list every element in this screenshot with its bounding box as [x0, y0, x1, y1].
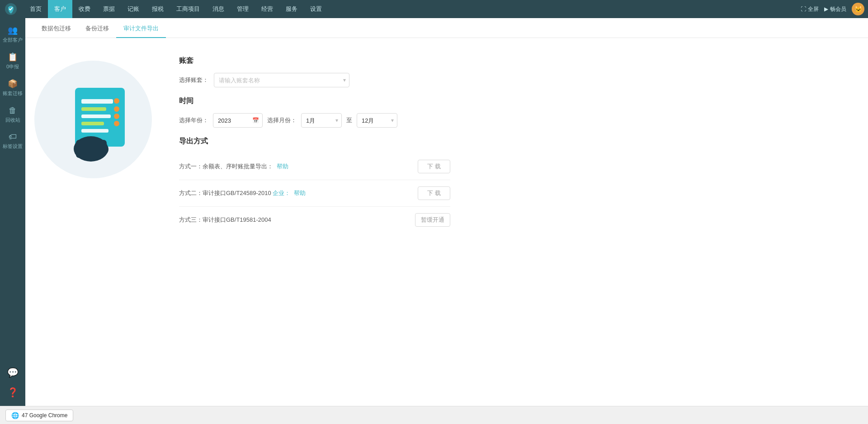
top-navigation: 首页 客户 收费 票据 记账 报税 工商项目 消息 管理 经营 服务 设置 ⛶ … [0, 0, 868, 18]
content-area: 数据包迁移 备份迁移 审计文件导出 [25, 18, 868, 406]
sidebar-item-label-zero-report: 0申报 [6, 64, 19, 70]
main-layout: 👥 全部客户 📋 0申报 📦 账套迁移 🗑 回收站 🏷 标签设置 💬 ❓ 数据包… [0, 18, 868, 406]
nav-right-area: ⛶ 全屏 ▶ 畅会员 🐱 [801, 3, 864, 15]
sidebar-item-label-recycle: 回收站 [5, 117, 20, 123]
export-section-title: 导出方式 [179, 137, 450, 146]
sidebar-item-recycle[interactable]: 🗑 回收站 [0, 102, 25, 127]
tab-bar: 数据包迁移 备份迁移 审计文件导出 [25, 18, 868, 38]
member-label: 畅会员 [830, 5, 846, 13]
nav-management[interactable]: 管理 [231, 0, 255, 18]
nav-menu: 首页 客户 收费 票据 记账 报税 工商项目 消息 管理 经营 服务 设置 [24, 0, 801, 18]
method-3-soon-btn[interactable]: 暂缓开通 [415, 213, 450, 227]
illustration-area [34, 52, 152, 392]
taskbar-chrome-label: 47 Google Chrome [22, 412, 67, 419]
svg-rect-16 [74, 143, 108, 156]
month-start-wrap: 1月2月3月4月 5月6月7月8月 9月10月11月12月 ▾ [301, 113, 342, 128]
method-2-company-link[interactable]: 企业： [273, 190, 290, 196]
svg-rect-6 [81, 129, 108, 133]
svg-rect-4 [81, 114, 111, 118]
time-row: 选择年份： 📅 选择月份： 1月2月3月4月 5月6月7月8月 9月10月11月… [179, 113, 450, 128]
month-end-select[interactable]: 1月2月3月4月 5月6月7月8月 9月10月11月12月 [357, 113, 397, 128]
member-icon: ▶ [824, 6, 828, 12]
tab-backup[interactable]: 备份迁移 [78, 20, 116, 38]
svg-point-7 [114, 98, 119, 104]
time-section-title: 时间 [179, 96, 450, 106]
svg-point-9 [114, 114, 119, 119]
nav-service[interactable]: 服务 [279, 0, 304, 18]
taskbar: 🌐 47 Google Chrome [0, 406, 868, 424]
svg-point-10 [114, 121, 119, 126]
export-method-1: 方式一：余额表、序时账批量导出： 帮助 下 载 [179, 153, 450, 180]
tags-icon: 🏷 [9, 132, 17, 142]
migrate-icon: 📦 [8, 79, 18, 89]
customers-icon: 👥 [8, 25, 18, 35]
sidebar-item-label-migrate: 账套迁移 [3, 91, 23, 96]
sidebar-item-tags[interactable]: 🏷 标签设置 [0, 129, 25, 153]
sidebar-help-icon[interactable]: ❓ [5, 384, 21, 400]
nav-customers[interactable]: 客户 [48, 0, 72, 18]
fullscreen-button[interactable]: ⛶ 全屏 [801, 5, 819, 13]
method-1-help-link[interactable]: 帮助 [277, 163, 288, 170]
to-label: 至 [346, 116, 352, 124]
sidebar-notification-icon[interactable]: 💬 [5, 364, 21, 381]
method-1-download-btn[interactable]: 下 载 [418, 160, 450, 173]
fullscreen-icon: ⛶ [801, 6, 806, 12]
method-2-help-link[interactable]: 帮助 [294, 190, 306, 196]
sidebar-item-account-migrate[interactable]: 📦 账套迁移 [0, 75, 25, 100]
fullscreen-label: 全屏 [808, 5, 819, 13]
export-method-2: 方式二：审计接口GB/T24589-2010 企业： 帮助 下 载 [179, 180, 450, 207]
export-method-1-label: 方式一：余额表、序时账批量导出： 帮助 [179, 162, 288, 171]
sidebar-item-label-customers: 全部客户 [3, 37, 23, 43]
year-label: 选择年份： [179, 116, 208, 124]
svg-rect-5 [81, 122, 104, 125]
method-2-download-btn[interactable]: 下 载 [418, 186, 450, 200]
nav-home[interactable]: 首页 [24, 0, 48, 18]
nav-tax[interactable]: 报税 [146, 0, 170, 18]
form-area: 账套 选择账套： ▾ 时间 选择年份： 📅 [179, 52, 450, 392]
month-start-select[interactable]: 1月2月3月4月 5月6月7月8月 9月10月11月12月 [301, 113, 342, 128]
app-logo [4, 2, 18, 16]
account-row: 选择账套： ▾ [179, 73, 450, 87]
month-start-label: 选择月份： [267, 116, 297, 124]
nav-business[interactable]: 工商项目 [170, 0, 206, 18]
svg-rect-2 [81, 99, 113, 104]
sidebar-item-label-tags: 标签设置 [3, 143, 23, 149]
main-content-area: 账套 选择账套： ▾ 时间 选择年份： 📅 [25, 38, 868, 406]
tab-data-package[interactable]: 数据包迁移 [34, 20, 78, 38]
year-input-wrap: 📅 [213, 113, 263, 128]
avatar[interactable]: 🐱 [852, 3, 864, 15]
recycle-icon: 🗑 [9, 106, 17, 115]
member-button[interactable]: ▶ 畅会员 [824, 5, 846, 13]
account-input[interactable] [214, 73, 349, 87]
account-section-title: 账套 [179, 56, 450, 66]
sidebar-item-all-customers[interactable]: 👥 全部客户 [0, 22, 25, 47]
export-methods: 方式一：余额表、序时账批量导出： 帮助 下 载 方式二：审计接口GB/T2458… [179, 153, 450, 233]
tab-audit-export[interactable]: 审计文件导出 [116, 20, 166, 38]
nav-messages[interactable]: 消息 [206, 0, 231, 18]
year-input[interactable] [213, 113, 263, 128]
nav-operation[interactable]: 经营 [255, 0, 279, 18]
account-input-wrap: ▾ [214, 73, 349, 87]
zero-report-icon: 📋 [8, 52, 18, 62]
taskbar-chrome[interactable]: 🌐 47 Google Chrome [5, 410, 73, 421]
sidebar: 👥 全部客户 📋 0申报 📦 账套迁移 🗑 回收站 🏷 标签设置 💬 ❓ [0, 18, 25, 406]
nav-invoice[interactable]: 票据 [97, 0, 121, 18]
export-method-2-label: 方式二：审计接口GB/T24589-2010 企业： 帮助 [179, 189, 306, 197]
svg-rect-3 [81, 107, 106, 111]
export-method-3: 方式三：审计接口GB/T19581-2004 暂缓开通 [179, 207, 450, 233]
illustration-circle [34, 61, 152, 178]
export-method-3-label: 方式三：审计接口GB/T19581-2004 [179, 216, 271, 224]
sidebar-item-zero-report[interactable]: 📋 0申报 [0, 48, 25, 73]
nav-settings[interactable]: 设置 [304, 0, 328, 18]
nav-billing[interactable]: 收费 [72, 0, 97, 18]
account-label: 选择账套： [179, 76, 208, 84]
sidebar-bottom: 💬 ❓ [5, 364, 21, 406]
chrome-icon: 🌐 [11, 412, 19, 419]
nav-accounting[interactable]: 记账 [121, 0, 146, 18]
svg-point-8 [114, 106, 119, 112]
month-end-wrap: 1月2月3月4月 5月6月7月8月 9月10月11月12月 ▾ [357, 113, 397, 128]
